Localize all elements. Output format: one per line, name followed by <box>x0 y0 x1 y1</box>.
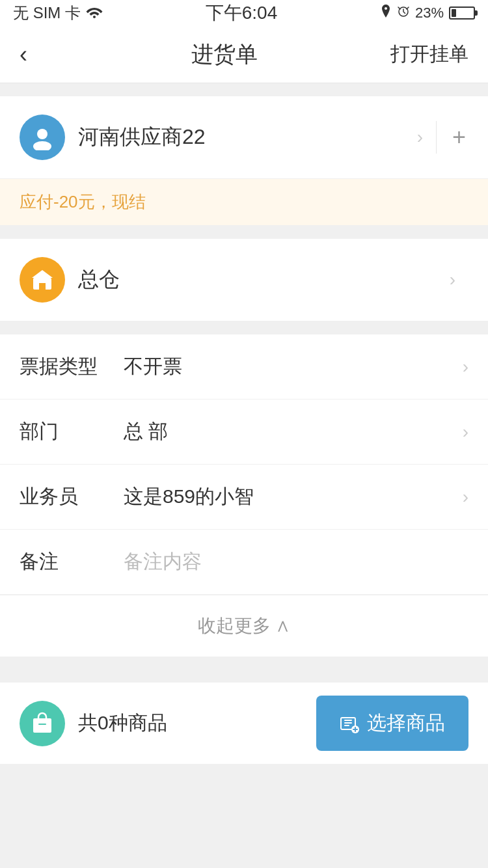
open-pending-button[interactable]: 打开挂单 <box>390 41 468 68</box>
remark-row[interactable]: 备注 备注内容 <box>0 530 488 595</box>
status-right: 23% <box>380 5 475 21</box>
warehouse-row[interactable]: 总仓 › <box>0 239 488 321</box>
status-left: 无 SIM 卡 <box>13 3 103 23</box>
svg-point-1 <box>37 129 47 139</box>
top-divider <box>0 83 488 96</box>
svg-rect-5 <box>39 283 46 290</box>
warehouse-name: 总仓 <box>78 265 450 294</box>
battery-icon <box>449 7 475 20</box>
divider-1 <box>0 226 488 239</box>
warehouse-chevron-icon: › <box>450 269 455 290</box>
alarm-icon <box>397 5 410 21</box>
status-time: 下午6:04 <box>206 1 278 25</box>
svg-rect-7 <box>38 724 46 725</box>
svg-point-2 <box>33 141 51 150</box>
supplier-section: 河南供应商22 › + 应付-20元，现结 <box>0 96 488 226</box>
location-icon <box>380 5 392 21</box>
product-count-icon <box>20 701 65 746</box>
select-product-button[interactable]: 选择商品 <box>316 696 468 751</box>
add-supplier-button[interactable]: + <box>436 121 468 154</box>
product-count-text: 共0种商品 <box>78 710 316 737</box>
department-row[interactable]: 部门 总 部 › <box>0 400 488 465</box>
invoice-type-row[interactable]: 票据类型 不开票 › <box>0 334 488 400</box>
supplier-row[interactable]: 河南供应商22 › + <box>0 96 488 179</box>
form-section: 票据类型 不开票 › 部门 总 部 › 业务员 这是859的小智 › 备注 备注… <box>0 334 488 657</box>
nav-bar: ‹ 进货单 打开挂单 <box>0 26 488 83</box>
notice-bar: 应付-20元，现结 <box>0 179 488 226</box>
svg-marker-4 <box>32 270 53 278</box>
collapse-label: 收起更多 ∧ <box>198 614 291 638</box>
carrier-label: 无 SIM 卡 <box>13 3 81 23</box>
notice-text: 应付-20元，现结 <box>20 192 146 211</box>
warehouse-icon <box>20 257 65 303</box>
wifi-icon <box>86 4 103 22</box>
salesman-value: 这是859的小智 <box>111 483 463 510</box>
supplier-avatar <box>20 115 65 160</box>
divider-3 <box>0 657 488 670</box>
supplier-name: 河南供应商22 <box>78 123 417 152</box>
svg-rect-6 <box>33 718 51 733</box>
divider-2 <box>0 321 488 334</box>
salesman-chevron-icon: › <box>463 487 468 508</box>
bottom-bar: 共0种商品 选择商品 <box>0 683 488 764</box>
page-title: 进货单 <box>191 40 258 70</box>
collapse-button[interactable]: 收起更多 ∧ <box>0 595 488 657</box>
status-bar: 无 SIM 卡 下午6:04 23% <box>0 0 488 26</box>
salesman-label: 业务员 <box>20 483 111 510</box>
salesman-row[interactable]: 业务员 这是859的小智 › <box>0 465 488 530</box>
invoice-type-chevron-icon: › <box>463 357 468 377</box>
invoice-type-label: 票据类型 <box>20 353 111 380</box>
remark-value[interactable]: 备注内容 <box>111 549 468 575</box>
invoice-type-value: 不开票 <box>111 353 463 380</box>
department-value: 总 部 <box>111 418 463 445</box>
battery-percent: 23% <box>415 5 444 21</box>
select-product-label: 选择商品 <box>367 710 445 737</box>
remark-label: 备注 <box>20 549 111 575</box>
supplier-chevron-icon: › <box>417 127 423 148</box>
department-label: 部门 <box>20 418 111 445</box>
department-chevron-icon: › <box>463 422 468 442</box>
back-button[interactable]: ‹ <box>20 41 59 68</box>
